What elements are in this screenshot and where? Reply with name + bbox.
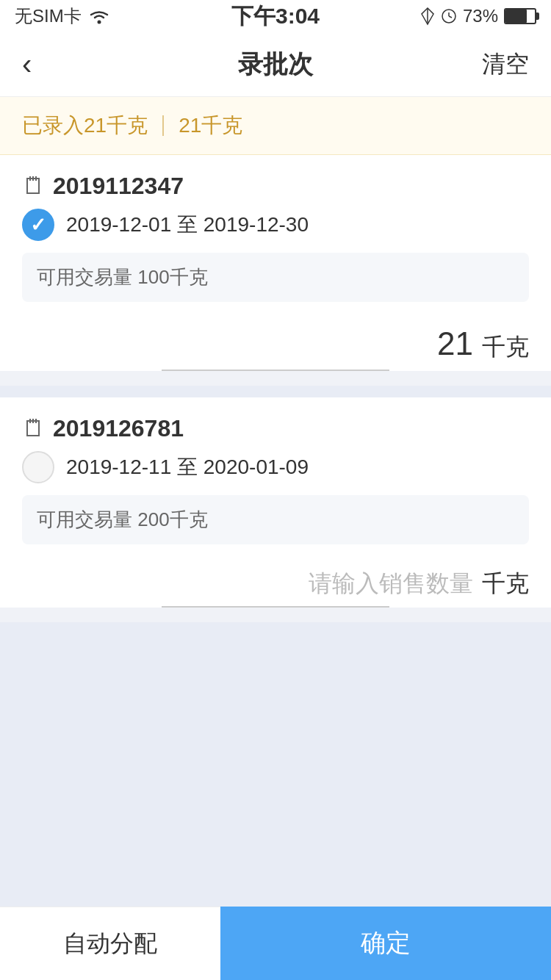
status-time: 下午3:04 [231,1,320,32]
batch-card-1: 🗒 2019112347 2019-12-01 至 2019-12-30 可用交… [0,155,551,371]
batch2-avail: 可用交易量 200千克 [22,495,529,544]
location-icon [420,7,435,26]
batch2-icon: 🗒 [22,415,46,442]
batch2-header: 🗒 2019126781 [0,397,551,448]
auto-distribute-button[interactable]: 自动分配 [0,907,220,980]
batch1-row: 2019-12-01 至 2019-12-30 [0,206,551,253]
wifi-icon [87,8,111,24]
batch2-id: 2019126781 [53,415,184,442]
status-right: 73% [420,6,536,26]
batch1-quantity-row: 21 千克 [0,314,551,370]
batch1-icon: 🗒 [22,173,46,200]
nav-title: 录批次 [238,48,313,82]
nav-bar: ‹ 录批次 清空 [0,32,551,97]
batch1-unit: 千克 [482,331,529,364]
batch-card-2: 🗒 2019126781 2019-12-11 至 2020-01-09 可用交… [0,397,551,608]
bottom-bar: 自动分配 确定 [0,907,551,980]
batch2-divider [162,606,389,608]
batch2-row: 2019-12-11 至 2020-01-09 [0,448,551,495]
batch1-header: 🗒 2019112347 [0,155,551,206]
svg-line-4 [449,16,452,18]
clock-icon [441,8,457,24]
info-banner: 已录入21千克 21千克 [0,97,551,155]
batch2-date: 2019-12-11 至 2020-01-09 [66,453,309,481]
carrier-label: 无SIM卡 [15,4,82,28]
batch2-qty-input[interactable] [22,570,473,597]
battery-icon [504,8,536,24]
batch1-divider [162,370,389,371]
batch1-id: 2019112347 [53,173,184,200]
back-button[interactable]: ‹ [22,48,32,81]
confirm-button[interactable]: 确定 [220,907,551,980]
section-divider-1 [0,386,551,397]
batch2-input-row: 千克 [0,556,551,606]
info-value: 21千克 [179,112,242,140]
batch1-quantity: 21 [437,325,473,362]
status-left: 无SIM卡 [15,4,111,28]
batch1-radio[interactable] [22,209,54,241]
batch1-avail: 可用交易量 100千克 [22,253,529,302]
clear-button[interactable]: 清空 [482,48,529,81]
batch2-unit: 千克 [482,568,529,600]
status-bar: 无SIM卡 下午3:04 73% [0,0,551,32]
gray-area [0,622,551,931]
battery-percent: 73% [463,6,498,26]
info-label: 已录入21千克 [22,112,148,140]
batch1-date: 2019-12-01 至 2019-12-30 [66,211,309,239]
svg-point-0 [97,21,101,24]
info-divider [162,115,164,136]
batch2-radio[interactable] [22,451,54,483]
